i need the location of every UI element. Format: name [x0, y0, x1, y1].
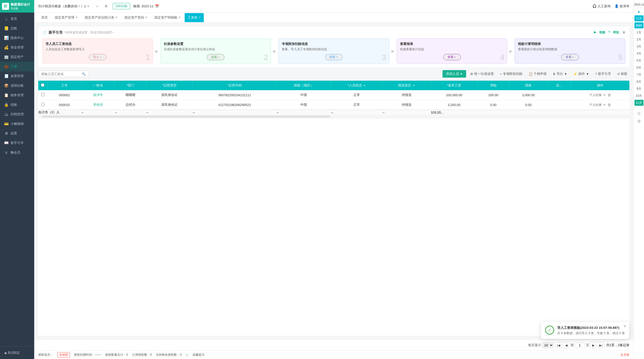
month-may[interactable]: 5月 — [634, 58, 643, 64]
personal-social-link-1[interactable]: 个人社保 — [589, 103, 601, 107]
tab-close-fixed-asset[interactable]: ✕ — [75, 16, 78, 19]
tab-home[interactable]: 首页 — [38, 13, 51, 22]
month-feb[interactable]: 2月 — [634, 36, 643, 42]
sidebar-item-inventory[interactable]: 📦进销台账 — [0, 81, 34, 90]
month-jan[interactable]: 1月 — [634, 29, 643, 35]
addon-deduction-button[interactable]: + 专项附加扣除 — [498, 71, 525, 77]
expand-icon[interactable]: ⊙ — [636, 110, 641, 117]
step-title-2: 专项附加扣除信息 — [282, 42, 386, 46]
sidebar-item-salary[interactable]: 💼工资 — [0, 62, 34, 71]
page-number-input[interactable] — [575, 343, 585, 348]
sidebar-item-expense[interactable]: 💳小畅报销 — [0, 119, 34, 129]
row-checkbox-0[interactable] — [41, 93, 45, 96]
row-checkbox-1[interactable] — [41, 103, 45, 106]
month-dec[interactable]: 12月 — [634, 15, 643, 21]
name-link-1[interactable]: 李俊杰 — [93, 103, 103, 107]
tab-close-fixed-dep[interactable]: ✕ — [115, 16, 117, 19]
tab-close-salary[interactable]: ✕ — [198, 16, 201, 19]
delete-icon-1[interactable]: 🗑 — [608, 103, 611, 107]
table-footer: 合计共（2）人 -- -- -- -- -- -- -- 103,20... — [38, 110, 629, 115]
tab-fixed-detail[interactable]: 固定资产明细账✕ — [151, 13, 184, 22]
warning-icon: ⚠ — [186, 353, 188, 357]
nav-up-button[interactable]: ▲ — [634, 8, 643, 14]
month-oct[interactable]: 10月 — [634, 93, 643, 99]
personal-social-link-0[interactable]: 个人社保 — [589, 93, 601, 97]
tab-close-fixed-detail[interactable]: ✕ — [178, 16, 181, 19]
sidebar-item-invoice[interactable]: 🧾发票管理 — [0, 71, 34, 81]
toast-close-button[interactable]: ✕ — [623, 324, 626, 328]
step-btn-4[interactable]: 查看＞ — [561, 54, 579, 60]
col-empno: 工号 — [47, 81, 81, 90]
sidebar-item-settings[interactable]: ⚙设置 — [0, 129, 34, 138]
recharge-link[interactable]: 去充值 — [620, 353, 629, 357]
operate-button[interactable]: ⚡ 操作 ▼ — [571, 71, 591, 77]
step-btn-1[interactable]: 设置＞ — [207, 54, 224, 60]
month-apr[interactable]: 4月 — [634, 50, 643, 57]
refresh-button[interactable]: ↺ 刷新 — [615, 71, 629, 77]
fixed-icon: 🏢 — [4, 55, 9, 59]
tab-salary[interactable]: 工资表✕ — [185, 13, 204, 22]
tax-declare-button[interactable]: 📋 个税申报 — [527, 71, 549, 77]
prev-page-button[interactable]: ◀ — [563, 342, 570, 348]
first-page-button[interactable]: |◀ — [555, 342, 562, 348]
search-input[interactable] — [41, 72, 80, 76]
step-title-0: 导入员工工资信息 — [46, 42, 150, 46]
edit-icon-0[interactable]: ✏ — [603, 93, 606, 97]
add-person-button[interactable]: 添加人员 ▼ — [442, 70, 466, 78]
right-panel: 2023.11 ▲ 12月 2023 1月 2月 3月 4月 5月 6月 7月 … — [633, 0, 644, 359]
sidebar-item-reports[interactable]: 📊报表中心 — [0, 33, 34, 43]
settings-button[interactable]: ⚙ — [103, 3, 110, 10]
step-btn-2[interactable]: 查看＞ — [325, 54, 343, 60]
tab-fixed-asset[interactable]: 固定资产管理✕ — [52, 13, 81, 22]
switch-version-button[interactable]: 切到旧版 — [113, 3, 130, 9]
customer-service-button[interactable]: 🎧 人工咨询 — [592, 4, 611, 9]
month-mar[interactable]: 3月 — [634, 43, 643, 49]
tab-close-fixed-cat[interactable]: ✕ — [145, 16, 147, 19]
cell-idtype-0: 居民身份证 — [146, 90, 193, 100]
step-btn-3[interactable]: 查看＞ — [443, 54, 461, 60]
horizontal-scrollbar[interactable] — [38, 115, 629, 119]
per-page-select[interactable]: 10 20 50 — [542, 342, 553, 348]
cell-idtype-1: 居民身份证 — [146, 100, 193, 110]
name-link-0[interactable]: 徐泽华 — [93, 93, 103, 97]
sidebar-item-close[interactable]: 🔒结账 — [0, 100, 34, 110]
panel-settings-icon[interactable]: ⚙ — [636, 118, 642, 125]
month-nov[interactable]: 11月 — [634, 100, 643, 106]
sidebar-item-home[interactable]: ⌂首页 — [0, 14, 34, 24]
cell-report-0: 待报送 — [382, 90, 431, 100]
next-page-button[interactable]: ▶ — [590, 342, 597, 348]
export-button[interactable]: ⬆ 导出 ▼ — [551, 71, 569, 77]
sidebar-item-guide[interactable]: 📖新手引导 — [0, 138, 34, 148]
col-dept: *部门 — [115, 81, 146, 90]
edit-icon-1[interactable]: ✏ — [603, 103, 606, 107]
month-jun[interactable]: 6月 — [634, 65, 643, 71]
sidebar-item-archive[interactable]: 🗂归档管理 — [0, 110, 34, 119]
delete-icon-0[interactable]: 🗑 — [608, 93, 611, 97]
wizard-close-button[interactable]: ✕ — [622, 30, 625, 35]
newbie-guide-button[interactable]: ? 新手引导 — [593, 71, 613, 77]
sidebar-item-fund[interactable]: 💰资金管理 — [0, 43, 34, 52]
calendar-icon[interactable]: 📅 — [155, 4, 159, 8]
add-account-button[interactable]: ＋ — [94, 3, 101, 10]
month-sep[interactable]: 9月 — [634, 86, 643, 92]
step-btn-0[interactable]: 导入＞ — [89, 54, 106, 60]
step-title-1: 社保参数设置 — [164, 42, 268, 46]
tab-fixed-dep[interactable]: 固定资产折旧统计表✕ — [82, 13, 120, 22]
sidebar-item-ledger[interactable]: 📒总账 — [0, 24, 34, 33]
month-jul[interactable]: 7月 — [634, 72, 643, 78]
wizard-video-link[interactable]: ▶ 视频 — [594, 30, 605, 35]
table-body: 000002 徐泽华 嗯嗯嗯 居民身份证 360782200104131111 … — [38, 90, 629, 110]
tab-fixed-cat[interactable]: 固定资产类别✕ — [122, 13, 150, 22]
cancel-fixed-button[interactable]: ◀ 取消固定 — [0, 349, 34, 357]
account-selector[interactable]: 刘小艳演示账套（勿删勿动！）1 ▼ — [38, 4, 90, 9]
month-aug[interactable]: 8月 — [634, 79, 643, 85]
user-profile-button[interactable]: 👤 徐泽华 — [615, 4, 629, 9]
last-page-button[interactable]: ▶| — [598, 342, 604, 348]
wizard-help-link[interactable]: ? 帮助 — [608, 30, 619, 35]
select-all-checkbox[interactable] — [41, 83, 44, 87]
sidebar-item-tax[interactable]: 📋税务管理 — [0, 90, 34, 100]
social-settings-button[interactable]: ⚙ 统一社保设置 — [468, 71, 496, 77]
year-2023[interactable]: 2023 — [634, 22, 643, 28]
sidebar-item-member[interactable]: V畅会员 — [0, 148, 34, 157]
sidebar-item-fixed[interactable]: 🏢固定资产 — [0, 52, 34, 62]
